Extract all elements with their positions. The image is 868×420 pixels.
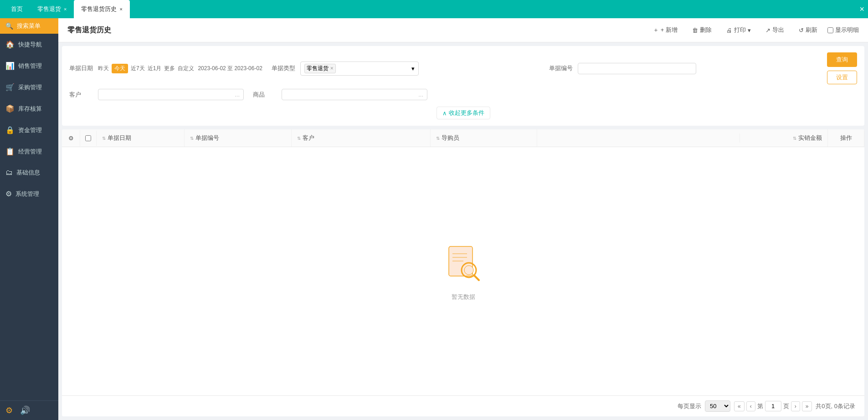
filter-type-dropdown-icon: ▾ — [411, 65, 415, 72]
date-options: 昨天 今天 近7天 近1月 更多 自定义 — [98, 64, 194, 73]
filter-goods-label: 商品 — [253, 91, 278, 99]
sort-icon-sn: ⇅ — [190, 136, 194, 141]
sidebar-item-basic-info-label: 基础信息 — [16, 169, 40, 177]
date-opt-7days[interactable]: 近7天 — [131, 65, 145, 72]
filter-customer-ellipsis: ... — [235, 91, 240, 98]
tab-home[interactable]: 首页 — [4, 0, 30, 18]
collapse-button[interactable]: ∧ 收起更多条件 — [437, 107, 490, 119]
delete-button[interactable]: 🗑 删除 — [688, 24, 716, 36]
show-detail-checkbox-label[interactable]: 显示明细 — [827, 26, 859, 34]
svg-line-6 — [474, 275, 479, 280]
date-range-display: 2023-06-02 至 2023-06-02 — [198, 65, 262, 72]
export-button[interactable]: ↗ 导出 — [761, 24, 789, 36]
home-icon: 🏠 — [5, 40, 15, 49]
filter-sn-input[interactable] — [578, 63, 696, 74]
sidebar-item-ops-label: 经营管理 — [18, 148, 42, 156]
tab-retail-return-history-close[interactable]: × — [119, 6, 122, 12]
export-icon: ↗ — [765, 27, 770, 34]
refresh-icon: ↺ — [799, 27, 804, 34]
filter-date-label: 单据日期 — [69, 64, 94, 72]
sidebar-item-ops-mgmt[interactable]: 📋 经营管理 — [0, 141, 58, 162]
print-button[interactable]: 🖨 打印 ▾ — [722, 24, 755, 36]
content-wrapper: 单据日期 昨天 今天 近7天 近1月 更多 自定义 2023-06-02 至 2… — [58, 42, 868, 420]
sidebar-item-sales-label: 销售管理 — [18, 62, 42, 70]
print-label: 打印 — [734, 26, 746, 34]
window-close-button[interactable]: × — [859, 5, 864, 14]
audio-icon[interactable]: 🔊 — [20, 405, 30, 415]
filter-customer-select[interactable]: ... — [98, 89, 244, 100]
refresh-button[interactable]: ↺ 刷新 — [794, 24, 822, 36]
sidebar-item-quick-nav[interactable]: 🏠 快捷导航 — [0, 34, 58, 55]
ops-icon: 📋 — [5, 147, 15, 156]
table-card: ⚙ ⇅ 单据日期 ⇅ 单据编号 ⇅ 客户 — [62, 129, 864, 416]
export-label: 导出 — [772, 26, 784, 34]
th-guide[interactable]: ⇅ 导购员 — [431, 129, 538, 147]
page-number-input[interactable] — [765, 401, 781, 411]
tab-retail-return-label: 零售退货 — [37, 5, 61, 13]
sidebar-item-sys-mgmt[interactable]: ⚙ 系统管理 — [0, 183, 58, 205]
add-icon: ＋ — [653, 26, 659, 34]
first-page-button[interactable]: « — [734, 401, 745, 411]
empty-text-label: 暂无数据 — [452, 293, 475, 301]
next-page-button[interactable]: › — [791, 401, 800, 411]
th-settings[interactable]: ⚙ — [62, 130, 80, 146]
th-checkbox[interactable] — [80, 131, 97, 146]
sidebar-item-finance-label: 资金管理 — [18, 126, 42, 134]
page-title: 零售退货历史 — [67, 26, 111, 35]
add-label: + 新增 — [661, 26, 678, 34]
search-icon: 🔍 — [5, 22, 13, 30]
th-action-label: 操作 — [840, 134, 852, 142]
date-opt-1month[interactable]: 近1月 — [148, 65, 162, 72]
th-customer[interactable]: ⇅ 客户 — [292, 129, 431, 147]
svg-point-5 — [464, 266, 473, 275]
date-opt-yesterday[interactable]: 昨天 — [98, 65, 109, 72]
tab-retail-return-close[interactable]: × — [64, 6, 67, 12]
page-input-suffix: 页 — [783, 402, 789, 410]
sidebar-item-sales-mgmt[interactable]: 📊 销售管理 — [0, 55, 58, 77]
query-settings-group: 查询 设置 — [827, 52, 857, 84]
sidebar: 🔍 搜索菜单 🏠 快捷导航 📊 销售管理 🛒 采购管理 📦 库存核算 🔒 资金管… — [0, 18, 58, 420]
column-settings-icon[interactable]: ⚙ — [68, 135, 74, 142]
filter-goods-select[interactable]: ... — [282, 89, 427, 100]
th-date-label: 单据日期 — [108, 134, 131, 142]
filter-type-select[interactable]: 零售退货 × ▾ — [300, 61, 419, 76]
settings-gear-icon[interactable]: ⚙ — [5, 405, 13, 415]
show-detail-checkbox[interactable] — [827, 27, 833, 33]
th-date[interactable]: ⇅ 单据日期 — [97, 129, 185, 147]
filter-type-tag: 零售退货 × — [304, 64, 336, 73]
filter-date-item: 单据日期 昨天 今天 近7天 近1月 更多 自定义 2023-06-02 至 2… — [69, 64, 262, 73]
sidebar-item-purchase-label: 采购管理 — [18, 83, 42, 92]
filter-goods-ellipsis: ... — [418, 91, 423, 98]
th-sn[interactable]: ⇅ 单据编号 — [185, 129, 292, 147]
sidebar-item-purchase-mgmt[interactable]: 🛒 采购管理 — [0, 77, 58, 98]
query-button[interactable]: 查询 — [827, 52, 857, 67]
table-header: ⚙ ⇅ 单据日期 ⇅ 单据编号 ⇅ 客户 — [62, 129, 864, 147]
th-amount[interactable]: ⇅ 实销金额 — [740, 129, 828, 147]
date-opt-custom[interactable]: 自定义 — [178, 65, 194, 72]
finance-icon: 🔒 — [5, 126, 15, 134]
date-opt-today[interactable]: 今天 — [112, 64, 128, 73]
tab-retail-return[interactable]: 零售退货 × — [30, 0, 74, 18]
date-opt-more[interactable]: 更多 — [164, 65, 175, 72]
filter-row-1: 单据日期 昨天 今天 近7天 近1月 更多 自定义 2023-06-02 至 2… — [69, 52, 857, 84]
prev-page-button[interactable]: ‹ — [746, 401, 755, 411]
sidebar-item-finance[interactable]: 🔒 资金管理 — [0, 119, 58, 141]
filter-customer-item: 客户 ... — [69, 89, 244, 100]
page-size-select[interactable]: 50 100 200 — [705, 400, 730, 412]
th-sn-label: 单据编号 — [195, 134, 219, 142]
page-nav: « ‹ 第 页 › » — [734, 401, 812, 411]
last-page-button[interactable]: » — [802, 401, 812, 411]
search-menu-button[interactable]: 🔍 搜索菜单 — [0, 18, 58, 34]
th-amount-label: 实销金额 — [798, 134, 822, 142]
th-action: 操作 — [828, 129, 864, 147]
select-all-checkbox[interactable] — [85, 135, 91, 141]
collapse-label: 收起更多条件 — [449, 109, 484, 117]
sidebar-item-sys-label: 系统管理 — [15, 190, 39, 198]
tab-retail-return-history[interactable]: 零售退货历史 × — [74, 0, 129, 18]
filter-type-tag-close[interactable]: × — [330, 65, 334, 72]
settings-button[interactable]: 设置 — [827, 71, 857, 84]
sidebar-item-inventory[interactable]: 📦 库存核算 — [0, 98, 58, 119]
sidebar-item-basic-info[interactable]: 🗂 基础信息 — [0, 162, 58, 183]
sort-icon-customer: ⇅ — [297, 136, 301, 141]
add-button[interactable]: ＋ + 新增 — [648, 24, 682, 36]
